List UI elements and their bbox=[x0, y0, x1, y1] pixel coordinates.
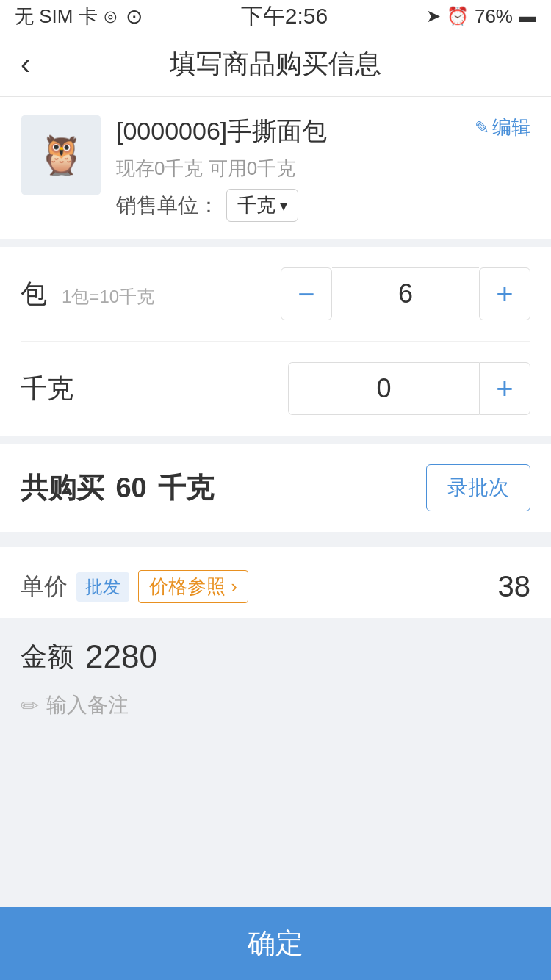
qty-minus-button[interactable]: − bbox=[281, 267, 332, 320]
unit-selector[interactable]: 千克 ▾ bbox=[226, 189, 298, 222]
qty-input-kg[interactable] bbox=[288, 362, 479, 415]
total-section: 共购买 60 千克 录批次 bbox=[0, 436, 551, 539]
product-stock: 现存0千克 可用0千克 bbox=[116, 156, 530, 181]
battery-icon: ▬ bbox=[519, 6, 536, 26]
amount-section: 金额 2280 ✏ 输入备注 bbox=[0, 618, 551, 734]
status-left: 无 SIM 卡 ⊙ ⊙ bbox=[15, 4, 143, 29]
price-section: 单价 批发 价格参照 › 38 bbox=[0, 539, 551, 618]
unit-label: 销售单位： bbox=[116, 192, 219, 220]
price-tag: 批发 bbox=[76, 572, 129, 602]
edit-label: 编辑 bbox=[492, 115, 530, 140]
sim-status: 无 SIM 卡 ⊙ bbox=[15, 4, 118, 29]
product-owl-icon: 🦉 bbox=[37, 133, 85, 178]
qty-controls-pack: − + bbox=[281, 267, 530, 320]
edit-button[interactable]: ✎ 编辑 bbox=[475, 115, 530, 140]
status-right: ➤ ⏰ 76% ▬ bbox=[426, 5, 536, 28]
total-text: 共购买 60 千克 bbox=[21, 469, 426, 507]
qty-label-pack: 包 1包=10千克 bbox=[21, 276, 281, 312]
qty-label-kg: 千克 bbox=[21, 371, 288, 407]
total-row: 共购买 60 千克 录批次 bbox=[21, 444, 530, 532]
price-ref-button[interactable]: 价格参照 › bbox=[138, 570, 248, 603]
total-prefix: 共购买 bbox=[21, 472, 104, 503]
qty-plus-button-kg[interactable]: + bbox=[479, 362, 530, 415]
wifi-icon: ⊙ bbox=[126, 4, 143, 29]
price-row: 单价 批发 价格参照 › 38 bbox=[21, 547, 530, 618]
quantity-section: 包 1包=10千克 − + 千克 + bbox=[0, 247, 551, 436]
product-name: [0000006]手撕面包 bbox=[116, 115, 530, 148]
amount-label: 金额 bbox=[21, 639, 73, 675]
unit-value: 千克 bbox=[237, 192, 276, 218]
alarm-icon: ⏰ bbox=[447, 6, 469, 26]
confirm-button[interactable]: 确定 bbox=[248, 925, 303, 962]
bottom-spacer bbox=[0, 734, 551, 822]
status-bar: 无 SIM 卡 ⊙ ⊙ 下午2:56 ➤ ⏰ 76% ▬ bbox=[0, 0, 551, 32]
amount-value: 2280 bbox=[85, 638, 157, 675]
remark-row[interactable]: ✏ 输入备注 bbox=[21, 685, 530, 734]
product-image: 🦉 bbox=[21, 115, 101, 195]
status-time: 下午2:56 bbox=[241, 1, 328, 32]
page-title: 填写商品购买信息 bbox=[170, 46, 381, 82]
qty-row-pack: 包 1包=10千克 − + bbox=[21, 247, 530, 342]
product-unit-row: 销售单位： 千克 ▾ bbox=[116, 189, 530, 222]
total-amount: 60 bbox=[115, 472, 146, 503]
qty-sublabel-pack: 1包=10千克 bbox=[62, 287, 154, 306]
price-label: 单价 bbox=[21, 571, 68, 603]
price-value: 38 bbox=[498, 570, 531, 603]
product-info: [0000006]手撕面包 现存0千克 可用0千克 销售单位： 千克 ▾ bbox=[116, 115, 530, 222]
amount-row: 金额 2280 bbox=[21, 638, 530, 685]
confirm-bar[interactable]: 确定 bbox=[0, 907, 551, 980]
remark-placeholder: 输入备注 bbox=[46, 691, 129, 719]
remark-icon: ✏ bbox=[21, 693, 39, 718]
total-unit: 千克 bbox=[158, 472, 214, 503]
battery-percent: 76% bbox=[475, 5, 513, 28]
edit-icon: ✎ bbox=[475, 118, 489, 138]
nav-bar: ‹ 填写商品购买信息 bbox=[0, 32, 551, 97]
dropdown-icon: ▾ bbox=[280, 197, 287, 215]
qty-row-kg: 千克 + bbox=[21, 342, 530, 436]
product-row: 🦉 [0000006]手撕面包 现存0千克 可用0千克 销售单位： 千克 ▾ bbox=[21, 115, 530, 222]
qty-input-pack[interactable] bbox=[332, 267, 479, 320]
batch-button[interactable]: 录批次 bbox=[426, 464, 530, 511]
location-icon: ➤ bbox=[426, 6, 441, 26]
qty-plus-button[interactable]: + bbox=[479, 267, 530, 320]
product-card: 🦉 [0000006]手撕面包 现存0千克 可用0千克 销售单位： 千克 ▾ ✎… bbox=[0, 97, 551, 247]
back-button[interactable]: ‹ bbox=[21, 48, 30, 81]
qty-controls-kg: + bbox=[288, 362, 530, 415]
